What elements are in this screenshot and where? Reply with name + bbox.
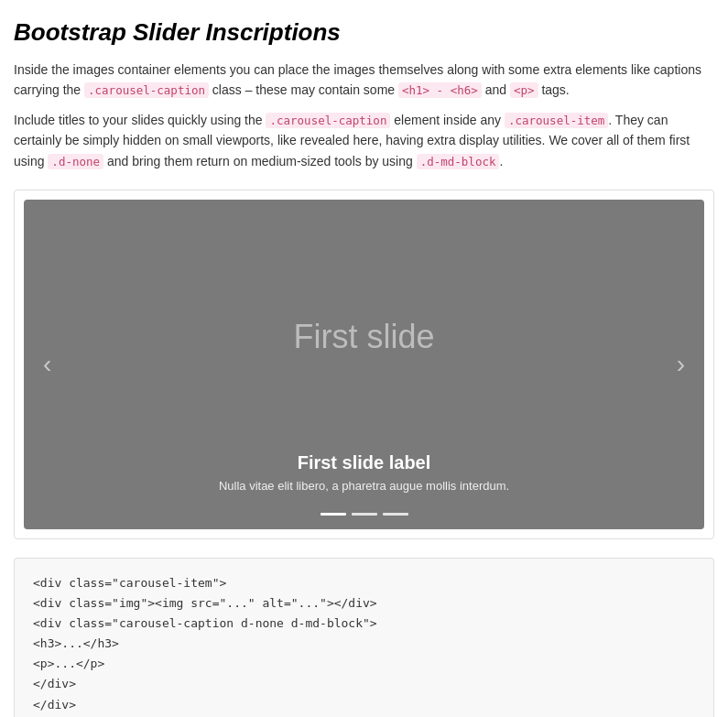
intro2-after: . bbox=[499, 154, 503, 168]
code-carousel-item: .carousel-item bbox=[505, 113, 608, 128]
carousel-wrapper: First slide ‹ › First slide label Nulla … bbox=[14, 190, 714, 539]
carousel-slide-label: First slide bbox=[293, 318, 434, 356]
carousel: First slide ‹ › First slide label Nulla … bbox=[24, 200, 704, 529]
indicator-3[interactable] bbox=[383, 513, 408, 516]
intro2-before: Include titles to your slides quickly us… bbox=[14, 113, 266, 127]
code-d-md-block: .d-md-block bbox=[417, 154, 500, 169]
intro1-middle: class – these may contain some bbox=[209, 82, 398, 97]
carousel-caption: First slide label Nulla vitae elit liber… bbox=[24, 452, 704, 493]
indicator-2[interactable] bbox=[352, 513, 377, 516]
carousel-caption-title: First slide label bbox=[24, 452, 704, 473]
code-line-1: <div class="carousel-item"> bbox=[33, 573, 695, 593]
carousel-prev-button[interactable]: ‹ bbox=[28, 341, 66, 388]
code-p-tag: <p> bbox=[510, 82, 538, 98]
code-line-5: <p>...</p> bbox=[33, 654, 695, 674]
carousel-indicators bbox=[24, 513, 704, 516]
intro1-and: and bbox=[482, 82, 510, 97]
code-carousel-caption-1: .carousel-caption bbox=[84, 82, 209, 98]
code-line-2: <div class="img"><img src="..." alt="...… bbox=[33, 593, 695, 614]
code-d-none: .d-none bbox=[48, 154, 103, 169]
code-carousel-caption-2: .carousel-caption bbox=[266, 113, 390, 128]
intro1-after: tags. bbox=[538, 82, 570, 97]
intro-paragraph-1: Inside the images container elements you… bbox=[14, 60, 714, 101]
indicator-1[interactable] bbox=[321, 513, 346, 516]
carousel-caption-text: Nulla vitae elit libero, a pharetra augu… bbox=[24, 479, 704, 493]
code-h1-h6: <h1> - <h6> bbox=[398, 82, 482, 98]
page-title: Bootstrap Slider Inscriptions bbox=[14, 18, 714, 47]
code-line-7: </div> bbox=[33, 695, 695, 715]
intro2-middle1: element inside any bbox=[390, 113, 505, 127]
intro-paragraph-2: Include titles to your slides quickly us… bbox=[14, 110, 714, 171]
code-line-3: <div class="carousel-caption d-none d-md… bbox=[33, 614, 695, 634]
intro2-middle3: and bring them return on medium-sized to… bbox=[103, 154, 417, 168]
code-line-4: <h3>...</h3> bbox=[33, 634, 695, 654]
code-line-6: </div> bbox=[33, 674, 695, 694]
carousel-next-button[interactable]: › bbox=[662, 341, 700, 388]
code-block: <div class="carousel-item"> <div class="… bbox=[14, 558, 714, 717]
